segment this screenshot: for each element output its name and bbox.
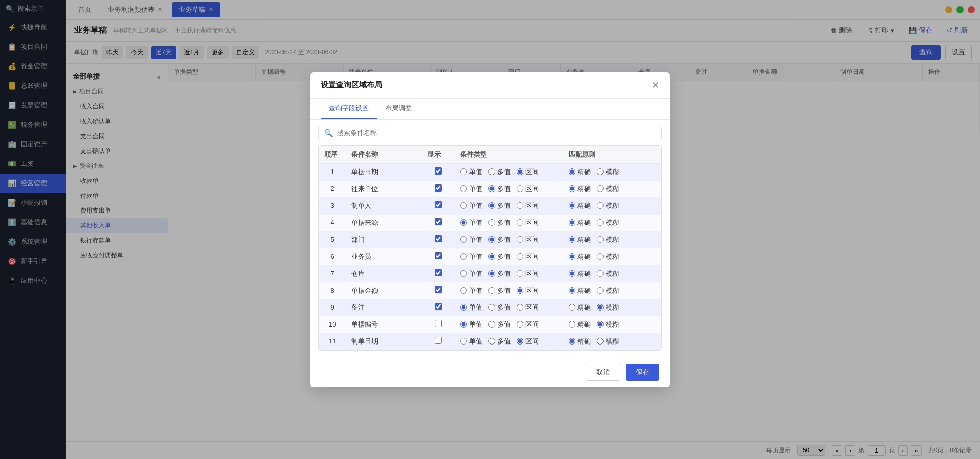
match-match_exact-radio[interactable] xyxy=(569,202,575,209)
match-match_fuzzy-radio[interactable] xyxy=(597,168,604,175)
type-type_multi-radio[interactable] xyxy=(488,304,495,311)
match-match_exact-radio[interactable] xyxy=(569,287,575,294)
type-type_single-radio[interactable] xyxy=(460,321,467,328)
match-match_fuzzy-radio[interactable] xyxy=(597,287,604,294)
match-match_exact-label[interactable]: 精确 xyxy=(569,286,591,295)
match-match_fuzzy-radio[interactable] xyxy=(597,185,604,192)
show-checkbox[interactable] xyxy=(435,235,442,242)
type-type_single-radio[interactable] xyxy=(460,185,467,192)
match-match_fuzzy-radio[interactable] xyxy=(597,321,604,328)
match-match_fuzzy-label[interactable]: 模糊 xyxy=(597,184,619,194)
modal-save-button[interactable]: 保存 xyxy=(626,364,659,381)
type-type_multi-label[interactable]: 多值 xyxy=(488,303,511,312)
type-type_single-radio[interactable] xyxy=(460,219,467,226)
type-type_multi-label[interactable]: 多值 xyxy=(488,337,511,346)
type-type_range-label[interactable]: 区间 xyxy=(517,269,539,278)
match-match_exact-label[interactable]: 精确 xyxy=(569,167,591,177)
show-checkbox[interactable] xyxy=(435,218,442,225)
show-checkbox[interactable] xyxy=(435,201,442,208)
type-type_multi-radio[interactable] xyxy=(488,338,495,345)
type-type_single-label[interactable]: 单值 xyxy=(460,269,482,278)
match-match_fuzzy-label[interactable]: 模糊 xyxy=(597,218,619,227)
match-match_exact-label[interactable]: 精确 xyxy=(569,320,591,329)
type-type_single-label[interactable]: 单值 xyxy=(460,252,482,261)
type-type_single-label[interactable]: 单值 xyxy=(460,201,482,211)
match-match_fuzzy-radio[interactable] xyxy=(597,304,604,311)
match-match_exact-label[interactable]: 精确 xyxy=(569,201,591,211)
match-match_fuzzy-radio[interactable] xyxy=(597,202,604,209)
type-type_multi-label[interactable]: 多值 xyxy=(488,235,511,244)
type-type_range-radio[interactable] xyxy=(517,321,523,328)
type-type_range-radio[interactable] xyxy=(517,219,523,226)
match-match_fuzzy-radio[interactable] xyxy=(597,338,604,345)
type-type_single-label[interactable]: 单值 xyxy=(460,167,482,177)
match-match_exact-radio[interactable] xyxy=(569,219,575,226)
type-type_range-label[interactable]: 区间 xyxy=(517,218,539,227)
show-checkbox[interactable] xyxy=(435,337,442,344)
show-checkbox[interactable] xyxy=(435,184,442,192)
type-type_multi-label[interactable]: 多值 xyxy=(488,184,511,194)
match-match_fuzzy-radio[interactable] xyxy=(597,270,604,277)
type-type_single-radio[interactable] xyxy=(460,168,467,175)
match-match_fuzzy-label[interactable]: 模糊 xyxy=(597,286,619,295)
match-match_fuzzy-label[interactable]: 模糊 xyxy=(597,303,619,312)
type-type_range-label[interactable]: 区间 xyxy=(517,235,539,244)
match-match_fuzzy-label[interactable]: 模糊 xyxy=(597,269,619,278)
type-type_single-label[interactable]: 单值 xyxy=(460,320,482,329)
modal-tab-field[interactable]: 查询字段设置 xyxy=(321,99,377,119)
type-type_single-radio[interactable] xyxy=(460,202,467,209)
type-type_single-label[interactable]: 单值 xyxy=(460,337,482,346)
type-type_range-radio[interactable] xyxy=(517,202,523,209)
type-type_single-label[interactable]: 单值 xyxy=(460,303,482,312)
match-match_exact-label[interactable]: 精确 xyxy=(569,252,591,261)
type-type_multi-radio[interactable] xyxy=(488,185,495,192)
cancel-button[interactable]: 取消 xyxy=(586,364,620,381)
type-type_multi-radio[interactable] xyxy=(488,321,495,328)
type-type_single-label[interactable]: 单值 xyxy=(460,218,482,227)
type-type_single-label[interactable]: 单值 xyxy=(460,286,482,295)
type-type_range-radio[interactable] xyxy=(517,253,523,260)
show-checkbox[interactable] xyxy=(435,269,442,276)
modal-tab-layout[interactable]: 布局调整 xyxy=(377,99,420,119)
match-match_fuzzy-radio[interactable] xyxy=(597,253,604,260)
match-match_exact-label[interactable]: 精确 xyxy=(569,303,591,312)
type-type_multi-radio[interactable] xyxy=(488,270,495,277)
match-match_fuzzy-label[interactable]: 模糊 xyxy=(597,235,619,244)
type-type_range-label[interactable]: 区间 xyxy=(517,286,539,295)
match-match_exact-radio[interactable] xyxy=(569,321,575,328)
show-checkbox[interactable] xyxy=(435,320,442,327)
type-type_multi-radio[interactable] xyxy=(488,219,495,226)
type-type_single-radio[interactable] xyxy=(460,338,467,345)
type-type_range-radio[interactable] xyxy=(517,338,523,345)
show-checkbox[interactable] xyxy=(435,286,442,293)
type-type_single-radio[interactable] xyxy=(460,253,467,260)
type-type_multi-label[interactable]: 多值 xyxy=(488,320,511,329)
type-type_range-label[interactable]: 区间 xyxy=(517,320,539,329)
type-type_multi-radio[interactable] xyxy=(488,253,495,260)
type-type_range-radio[interactable] xyxy=(517,304,523,311)
type-type_range-label[interactable]: 区间 xyxy=(517,303,539,312)
type-type_range-label[interactable]: 区间 xyxy=(517,252,539,261)
match-match_fuzzy-radio[interactable] xyxy=(597,219,604,226)
type-type_multi-label[interactable]: 多值 xyxy=(488,269,511,278)
type-type_multi-label[interactable]: 多值 xyxy=(488,218,511,227)
type-type_single-label[interactable]: 单值 xyxy=(460,184,482,194)
modal-close-button[interactable]: ✕ xyxy=(652,80,659,91)
type-type_multi-radio[interactable] xyxy=(488,168,495,175)
match-match_fuzzy-label[interactable]: 模糊 xyxy=(597,252,619,261)
type-type_single-radio[interactable] xyxy=(460,270,467,277)
match-match_fuzzy-radio[interactable] xyxy=(597,236,604,243)
match-match_exact-radio[interactable] xyxy=(569,168,575,175)
type-type_single-label[interactable]: 单值 xyxy=(460,235,482,244)
match-match_exact-label[interactable]: 精确 xyxy=(569,269,591,278)
show-checkbox[interactable] xyxy=(435,252,442,259)
type-type_multi-radio[interactable] xyxy=(488,202,495,209)
show-checkbox[interactable] xyxy=(435,303,442,310)
type-type_range-label[interactable]: 区间 xyxy=(517,337,539,346)
type-type_multi-label[interactable]: 多值 xyxy=(488,167,511,177)
type-type_range-radio[interactable] xyxy=(517,236,523,243)
type-type_range-radio[interactable] xyxy=(517,287,523,294)
show-checkbox[interactable] xyxy=(435,167,442,175)
type-type_single-radio[interactable] xyxy=(460,287,467,294)
match-match_exact-label[interactable]: 精确 xyxy=(569,337,591,346)
